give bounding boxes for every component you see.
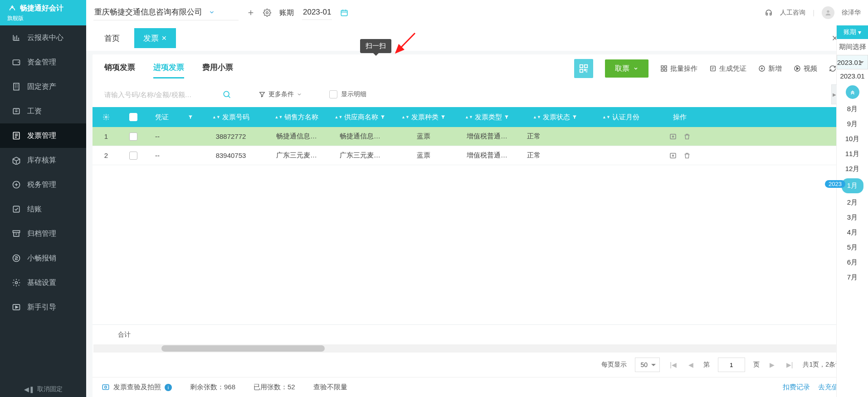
period-month[interactable]: 9月 [837, 117, 868, 132]
batch-ops-button[interactable]: 批量操作 [660, 64, 697, 73]
subtab[interactable]: 进项发票 [153, 58, 184, 78]
sidebar-item-reimburse[interactable]: 小畅报销 [0, 246, 86, 270]
view-icon[interactable] [669, 152, 677, 160]
fee-log-link[interactable]: 扣费记录 [783, 383, 810, 392]
sort-icon[interactable]: ▲▼ [533, 116, 541, 118]
scrollbar-thumb[interactable] [161, 345, 325, 352]
page-size-select[interactable]: 50 [635, 358, 660, 372]
period-month[interactable]: 6月 [837, 255, 868, 270]
add-button[interactable]: 新增 [758, 64, 782, 73]
filter-icon[interactable] [572, 114, 577, 120]
sidebar-item-payroll[interactable]: 工资 [0, 99, 86, 123]
subtab[interactable]: 销项发票 [104, 58, 135, 78]
svg-point-16 [15, 282, 18, 284]
sidebar-item-settings[interactable]: 基础设置 [0, 270, 86, 295]
sort-icon[interactable]: ▲▼ [212, 116, 220, 118]
sidebar-item-stock[interactable]: 库存核算 [0, 148, 86, 172]
sidebar-item-archive[interactable]: 归档管理 [0, 221, 86, 246]
filter-icon[interactable] [504, 114, 509, 120]
sidebar-item-chart[interactable]: 云报表中心 [0, 25, 86, 50]
period-month[interactable]: 7月 [837, 270, 868, 285]
filter-icon[interactable] [188, 114, 193, 120]
company-settings-button[interactable] [263, 9, 271, 17]
settings-icon [12, 278, 21, 287]
verify-icon [102, 383, 110, 392]
support-link[interactable]: 人工咨询 [780, 9, 805, 17]
sidebar-item-wallet[interactable]: 资金管理 [0, 50, 86, 74]
sidebar-item-guide[interactable]: 新手引导 [0, 295, 86, 319]
sidebar-item-close-period[interactable]: 结账 [0, 197, 86, 221]
delete-icon[interactable] [683, 133, 691, 140]
sidebar-unpin[interactable]: ◀❚ 取消固定 [0, 385, 86, 393]
sidebar-item-tax[interactable]: 税务管理 [0, 172, 86, 197]
pagination: 每页显示 50 |◀ ◀ 第 页 ▶ ▶| 共1页，2条记录 [93, 353, 862, 377]
company-selector[interactable]: 重庆畅捷交通信息咨询有限公司 [93, 5, 239, 20]
table-row[interactable]: 2--83940753广东三元麦…广东三元麦…蓝票增值税普通…正常 [93, 146, 862, 165]
sidebar-item-invoice[interactable]: 发票管理 [0, 123, 86, 148]
sort-icon[interactable]: ▲▼ [401, 116, 410, 118]
period-month[interactable]: 12月 [837, 162, 868, 176]
subtab[interactable]: 费用小票 [202, 58, 233, 78]
sort-icon[interactable]: ▲▼ [335, 116, 343, 118]
scan-qr-button[interactable] [574, 59, 593, 78]
brand-edition: 旗舰版 [7, 15, 86, 22]
sidebar-item-label: 云报表中心 [27, 33, 63, 43]
period-value[interactable]: 2023-01 [302, 6, 332, 20]
info-icon[interactable]: i [165, 384, 172, 391]
add-company-button[interactable] [247, 9, 255, 17]
period-month[interactable]: 11月 [837, 147, 868, 162]
sort-icon[interactable]: ▲▼ [465, 116, 473, 118]
tab-close-icon[interactable]: ✕ [161, 34, 167, 42]
gear-icon[interactable] [102, 113, 110, 121]
view-icon[interactable] [669, 132, 677, 141]
search-icon[interactable] [222, 90, 231, 99]
row-checkbox[interactable] [129, 152, 137, 160]
period-month[interactable]: 4月 [837, 225, 868, 240]
last-page-button[interactable]: ▶| [785, 361, 795, 368]
period-year-start[interactable]: 2023.01 [837, 55, 868, 69]
video-button[interactable]: 视频 [794, 64, 817, 73]
svg-rect-9 [14, 83, 19, 90]
recharge-link[interactable]: 去充值 [818, 383, 839, 392]
scroll-up-button[interactable] [846, 85, 859, 99]
calendar-icon[interactable] [340, 9, 348, 17]
sidebar-item-building[interactable]: 固定资产 [0, 74, 86, 99]
gen-voucher-button[interactable]: 生成凭证 [709, 64, 746, 73]
invoice-icon [12, 131, 21, 140]
filter-icon[interactable] [440, 114, 446, 120]
period-collapse-handle[interactable]: ▶ [831, 84, 837, 104]
sort-icon[interactable]: ▲▼ [275, 116, 283, 118]
delete-icon[interactable] [683, 152, 691, 159]
search-input[interactable] [104, 91, 204, 98]
page-input[interactable] [718, 358, 745, 372]
page-tab[interactable]: 首页 [95, 28, 129, 48]
period-year-end[interactable]: 2023.01 [837, 69, 868, 83]
avatar[interactable] [822, 6, 834, 19]
period-month[interactable]: 8月 [837, 102, 868, 117]
row-checkbox[interactable] [129, 132, 137, 141]
select-all-checkbox[interactable] [129, 113, 137, 121]
horizontal-scrollbar[interactable] [93, 344, 861, 353]
panel-footer: 发票查验及拍照 i 剩余张数：968 已用张数：52 查验不限量 扣费记录 去充… [93, 377, 862, 397]
first-page-button[interactable]: |◀ [668, 361, 678, 368]
svg-rect-39 [670, 153, 676, 158]
user-name[interactable]: 徐泽华 [842, 9, 861, 17]
sort-icon[interactable]: ▲▼ [602, 116, 610, 118]
period-panel-head[interactable]: 账期 ▾ [837, 25, 868, 39]
archive-icon [12, 229, 21, 238]
more-conditions-button[interactable]: 更多条件 [258, 90, 302, 98]
period-month[interactable]: 2月 [837, 195, 868, 210]
page-tab[interactable]: 发票✕ [134, 28, 176, 48]
period-label: 账期 [279, 8, 294, 18]
table-row[interactable]: 1--38872772畅捷通信息…畅捷通信息…蓝票增值税普通…正常 [93, 127, 862, 146]
fetch-invoice-button[interactable]: 取票 [605, 59, 649, 78]
filter-icon[interactable] [380, 114, 385, 120]
period-month[interactable]: 10月 [837, 132, 868, 147]
show-detail-checkbox[interactable]: 显示明细 [329, 90, 366, 98]
prev-page-button[interactable]: ◀ [687, 361, 695, 368]
sidebar-item-label: 发票管理 [27, 131, 56, 141]
chart-icon [12, 33, 21, 42]
next-page-button[interactable]: ▶ [768, 361, 776, 368]
period-month[interactable]: 3月 [837, 210, 868, 225]
period-month[interactable]: 5月 [837, 240, 868, 255]
